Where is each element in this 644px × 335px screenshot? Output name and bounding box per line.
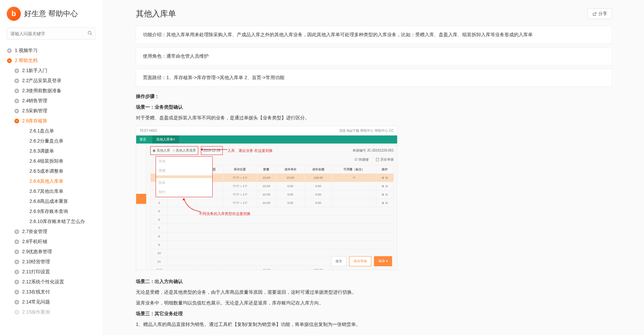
path-label: 页面路径：: [143, 75, 166, 80]
nav-item-2-2[interactable]: 2.2产品安装及登录: [14, 76, 96, 86]
main-content: 其他入库单 分享 功能介绍：其他入库单用来处理除采购入库、产成品入库之外的其他入…: [102, 0, 644, 335]
path-text: 1、库存核算->库存管理->其他入库单 2、首页->常用功能: [166, 75, 284, 80]
share-icon: [592, 12, 597, 16]
plus-icon: [14, 249, 19, 255]
steps-label: 操作步骤：: [136, 92, 612, 101]
plus-icon: [14, 279, 19, 285]
minus-icon: [7, 58, 12, 63]
plus-icon: [14, 269, 19, 275]
nav-item-2-7[interactable]: 2.7资金管理: [14, 227, 96, 237]
nav-leaf-2-6-6[interactable]: 2.6.6其他入库单: [21, 176, 96, 186]
nav-item-2-1[interactable]: 2.1新手入门: [14, 66, 96, 76]
nav-leaf-2-6-2[interactable]: 2.6.2分量盘点单: [21, 136, 96, 146]
path-box: 页面路径：1、库存核算->库存管理->其他入库单 2、首页->常用功能: [136, 69, 612, 87]
intro-text: 其他入库单用来处理除采购入库、产成品入库之外的其他入库业务，因此其他入库单可处理…: [166, 32, 533, 37]
plus-icon: [14, 98, 19, 104]
plus-icon: [7, 48, 12, 53]
plus-icon: [14, 88, 19, 94]
plus-icon: [14, 259, 19, 265]
share-button[interactable]: 分享: [587, 8, 612, 19]
scene2-title: 场景二：出入方向确认: [136, 277, 612, 286]
nav-leaf-2-6-9[interactable]: 2.6.9库存账本查询: [21, 207, 96, 217]
nav-leaf-2-6-1[interactable]: 2.6.1盘点单: [21, 126, 96, 136]
nav-item-2-11[interactable]: 2.11打印设置: [14, 267, 96, 277]
plus-icon: [14, 310, 19, 315]
intro-box: 功能介绍：其他入库单用来处理除采购入库、产成品入库之外的其他入库业务，因此其他入…: [136, 26, 612, 44]
intro-label: 功能介绍：: [143, 32, 166, 37]
steps-section: 操作步骤： 场景一：业务类型确认 对于受赠、盘盈或是拆装入库等不同的业务，是通过…: [136, 92, 612, 329]
page-title: 其他入库单: [136, 8, 176, 19]
svg-point-0: [88, 31, 91, 34]
nav-item-2-6[interactable]: 2.6库存核算: [14, 116, 96, 126]
nav-item-2-15[interactable]: 2.15操作案例: [14, 307, 96, 317]
search-input[interactable]: [7, 27, 96, 40]
svg-line-1: [91, 34, 92, 35]
nav-item-2-10[interactable]: 2.10经营管理: [14, 257, 96, 267]
scene1-title: 场景一：业务类型确认: [136, 102, 612, 112]
nav-leaf-2-6-4[interactable]: 2.6.4组装拆卸单: [21, 156, 96, 166]
scene1-desc: 对于受赠、盘盈或是拆装入库等不同的业务，是通过单据头【业务类型】进行区分。: [136, 113, 612, 122]
plus-icon: [14, 108, 19, 114]
search-box: [7, 27, 96, 40]
plus-icon: [14, 78, 19, 83]
nav-item-2-13[interactable]: 2.13在线支付: [14, 287, 96, 297]
nav-item-2-9[interactable]: 2.9优惠券管理: [14, 247, 96, 257]
nav-item-video[interactable]: 1.视频学习: [7, 46, 96, 56]
plus-icon: [14, 239, 19, 244]
plus-icon: [14, 299, 19, 305]
nav-leaf-2-6-8[interactable]: 2.6.8商品成本重算: [21, 197, 96, 207]
nav-tree: 1.视频学习 2.帮助文档 2.1新手入门 2.2产品安装及登录 2.3使用前数…: [7, 46, 96, 317]
nav-item-2-3[interactable]: 2.3使用前数据准备: [14, 86, 96, 96]
plus-icon: [14, 229, 19, 234]
nav-item-2-14[interactable]: 2.14常见问题: [14, 297, 96, 307]
nav-item-2-4[interactable]: 2.4销售管理: [14, 96, 96, 106]
nav-item-2-8[interactable]: 2.8手机旺铺: [14, 237, 96, 247]
nav-item-docs[interactable]: 2.帮助文档: [7, 56, 96, 66]
minus-icon: [14, 118, 19, 124]
search-icon[interactable]: [88, 31, 92, 37]
role-label: 使用角色：: [143, 53, 166, 59]
scene2-line2: 退库业务中，明细数量均以负值红色展示。无论是入库还是退库，库存账均记在入库方向。: [136, 298, 612, 308]
scene3-line1: 1、赠品入库的商品直接转为销售。通过工具栏【复制/复制为销货单】功能，将单据信息…: [136, 320, 612, 329]
nav-item-2-12[interactable]: 2.12系统个性化设置: [14, 277, 96, 287]
nav-leaf-2-6-10[interactable]: 2.6.10库存账本错了怎么办: [21, 217, 96, 227]
embedded-screenshot: TEST-H002 消息 App下载 帮助中心 帮助中心 CC 首页 其他入库单…: [136, 126, 397, 270]
logo-text: 好生意 帮助中心: [24, 9, 78, 19]
logo: b 好生意 帮助中心: [7, 7, 96, 21]
nav-leaf-2-6-5[interactable]: 2.6.5成本调整单: [21, 166, 96, 176]
scene2-line1: 无论是受赠，还是其他类型的业务，由于入库商品质量等原因，需要退回，这时可通过单据…: [136, 287, 612, 297]
plus-icon: [14, 68, 19, 73]
nav-leaf-2-6-3[interactable]: 2.6.3调拨单: [21, 146, 96, 156]
nav-leaf-2-6-7[interactable]: 2.6.7其他出库单: [21, 186, 96, 197]
scene3-title: 场景三：其它业务处理: [136, 309, 612, 318]
nav-item-2-5[interactable]: 2.5采购管理: [14, 106, 96, 116]
role-box: 使用角色：通常由仓管人员维护: [136, 47, 612, 65]
role-text: 通常由仓管人员维护: [166, 53, 209, 59]
sidebar: b 好生意 帮助中心 1.视频学习 2.帮助文档 2.1新手入门 2.2产品安装…: [0, 0, 102, 335]
plus-icon: [14, 289, 19, 295]
logo-icon: b: [7, 7, 21, 21]
